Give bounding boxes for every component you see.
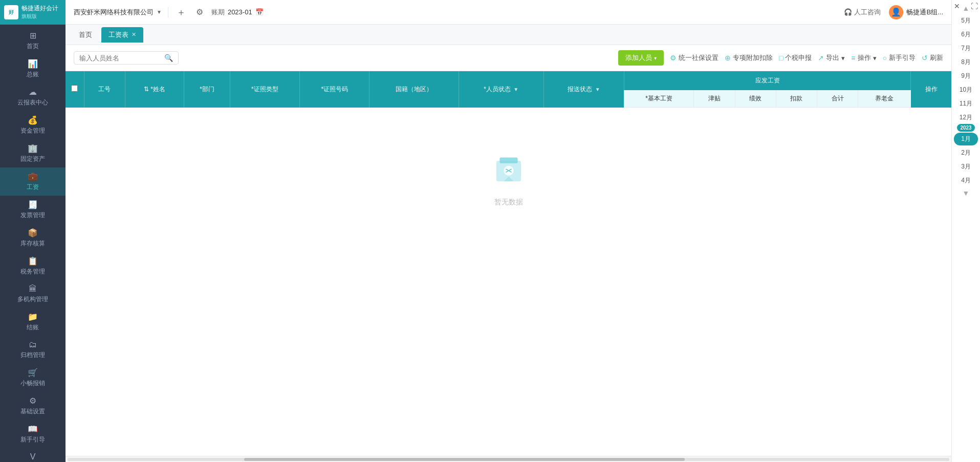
th-pension: 养老金 — [858, 90, 911, 108]
logo-icon: 好 — [4, 5, 18, 19]
month-item-1月[interactable]: 1月 — [954, 133, 978, 145]
guide-button[interactable]: ○ 新手引导 — [883, 53, 916, 62]
social-security-button[interactable]: ⚙ 统一社保设置 — [670, 53, 718, 62]
social-security-label: 统一社保设置 — [679, 53, 718, 62]
tab-close-icon[interactable]: ✕ — [132, 31, 136, 38]
sidebar-item-总账[interactable]: 📊总账 — [0, 55, 66, 83]
nav-icon-10: 📁 — [28, 312, 38, 322]
th-total: 合计 — [817, 90, 858, 108]
tab-salary-label: 工资表 — [108, 30, 128, 39]
month-item-4月[interactable]: 4月 — [954, 174, 978, 187]
month-item-9月[interactable]: 9月 — [954, 70, 978, 82]
sidebar-item-畅会员[interactable]: V畅会员 — [0, 448, 66, 462]
app-version: 旗舰版 — [21, 13, 58, 20]
th-report-status: 报送状态 ▼ — [543, 71, 624, 108]
th-id-type: *证照类型 — [230, 71, 299, 108]
sidebar-item-工资[interactable]: 💼工资 — [0, 167, 66, 196]
sidebar-item-库存核算[interactable]: 📦库存核算 — [0, 224, 66, 252]
export-arrow-icon: ▾ — [841, 54, 845, 62]
nav-icon-12: 🛒 — [28, 368, 38, 377]
search-wrap[interactable]: 🔍 — [74, 51, 179, 65]
sidebar-nav: ⊞首页📊总账☁云报表中心💰资金管理🏢固定资产💼工资🧾发票管理📦库存核算📋税务管理… — [0, 25, 66, 462]
month-item-7月[interactable]: 7月 — [954, 42, 978, 55]
calendar-icon[interactable]: 📅 — [255, 8, 264, 16]
dropdown-arrow-icon: ▾ — [654, 55, 657, 61]
nav-label-14: 新手引导 — [20, 435, 45, 444]
th-name: ⇅ *姓名 — [125, 71, 184, 108]
company-selector[interactable]: 西安虾米网络科技有限公司 ▼ — [74, 8, 162, 17]
curr-months-list: 1月2月3月4月 — [952, 133, 980, 187]
divider — [168, 7, 168, 17]
scroll-down-button[interactable]: ▼ — [961, 187, 972, 199]
search-input[interactable] — [79, 54, 161, 62]
month-item-12月[interactable]: 12月 — [954, 111, 978, 124]
sidebar-item-多机构管理[interactable]: 🏛多机构管理 — [0, 280, 66, 308]
support-button[interactable]: 🎧 人工咨询 — [844, 8, 881, 17]
settings-icon[interactable]: ⚙ — [194, 5, 205, 19]
support-label: 人工咨询 — [854, 8, 881, 17]
select-all-checkbox[interactable] — [71, 85, 78, 92]
period-label: 账期 — [211, 8, 225, 17]
operation-button[interactable]: ≡ 操作 ▾ — [851, 53, 876, 62]
add-button[interactable]: ＋ — [175, 4, 188, 20]
nav-icon-7: 📦 — [28, 228, 38, 238]
topbar: 西安虾米网络科技有限公司 ▼ ＋ ⚙ 账期 2023-01 📅 🎧 人工咨询 👤… — [66, 0, 951, 25]
toolbar: 🔍 添加人员 ▾ ⚙ 统一社保设置 ⊕ 专项附加扣除 □ 个税申报 — [66, 45, 951, 71]
th-id-no: *证照号码 — [300, 71, 369, 108]
month-item-5月[interactable]: 5月 — [954, 14, 978, 27]
avatar: 👤 — [889, 5, 903, 19]
tab-home-label: 首页 — [79, 30, 92, 39]
social-security-icon: ⚙ — [670, 54, 677, 62]
month-item-8月[interactable]: 8月 — [954, 56, 978, 69]
tax-report-button[interactable]: □ 个税申报 — [779, 53, 812, 62]
panel-close-button[interactable]: ✕ — [954, 2, 960, 10]
sidebar-item-归档管理[interactable]: 🗂归档管理 — [0, 336, 66, 364]
scrollbar-track[interactable] — [68, 458, 949, 461]
report-filter-icon[interactable]: ▼ — [595, 87, 600, 92]
sidebar-item-首页[interactable]: ⊞首页 — [0, 27, 66, 55]
refresh-icon: ↺ — [922, 54, 928, 62]
status-filter-icon[interactable]: ▼ — [513, 87, 518, 92]
operation-label: 操作 — [858, 53, 871, 62]
scroll-up-button[interactable]: ▲ — [961, 2, 972, 14]
prev-months-list: 5月6月7月8月9月10月11月12月 — [952, 14, 980, 124]
add-person-button[interactable]: 添加人员 ▾ — [618, 50, 664, 66]
nav-label-1: 总账 — [27, 70, 39, 79]
export-button[interactable]: ↗ 导出 ▾ — [818, 53, 845, 62]
tab-salary[interactable]: 工资表 ✕ — [101, 27, 143, 43]
app-logo: 好 畅捷通好会计 旗舰版 — [0, 0, 66, 25]
month-item-11月[interactable]: 11月 — [954, 97, 978, 110]
sidebar-item-固定资产[interactable]: 🏢固定资产 — [0, 139, 66, 167]
refresh-button[interactable]: ↺ 刷新 — [922, 53, 943, 62]
th-checkbox[interactable] — [66, 71, 84, 108]
sidebar-item-发票管理[interactable]: 🧾发票管理 — [0, 196, 66, 224]
sidebar-item-结账[interactable]: 📁结账 — [0, 308, 66, 336]
tab-home[interactable]: 首页 — [72, 27, 99, 43]
export-icon: ↗ — [818, 54, 824, 62]
month-item-10月[interactable]: 10月 — [954, 83, 978, 96]
month-item-3月[interactable]: 3月 — [954, 160, 978, 173]
panel-expand-button[interactable]: ⛶ — [971, 2, 978, 10]
month-item-2月[interactable]: 2月 — [954, 146, 978, 159]
scrollbar-thumb[interactable] — [244, 458, 685, 461]
user-area[interactable]: 👤 畅捷通B组... — [889, 5, 943, 19]
nav-label-8: 税务管理 — [20, 267, 45, 276]
calendar-panel: ✕ ⛶ ▲ 5月6月7月8月9月10月11月12月 2023 1月2月3月4月 … — [951, 0, 980, 462]
sidebar-item-小畅报销[interactable]: 🛒小畅报销 — [0, 364, 66, 392]
sidebar-item-税务管理[interactable]: 📋税务管理 — [0, 252, 66, 280]
th-status: *人员状态 ▼ — [459, 71, 543, 108]
content-area: 🔍 添加人员 ▾ ⚙ 统一社保设置 ⊕ 专项附加扣除 □ 个税申报 — [66, 45, 951, 462]
empty-icon — [488, 149, 529, 190]
scrollbar-area[interactable] — [66, 456, 951, 462]
sidebar-item-资金管理[interactable]: 💰资金管理 — [0, 111, 66, 139]
special-deduction-button[interactable]: ⊕ 专项附加扣除 — [725, 53, 773, 62]
sidebar-item-云报表中心[interactable]: ☁云报表中心 — [0, 83, 66, 111]
sidebar-item-新手引导[interactable]: 📖新手引导 — [0, 420, 66, 448]
nav-icon-2: ☁ — [29, 87, 37, 97]
tax-icon: □ — [779, 54, 783, 62]
th-deduction: 扣款 — [776, 90, 817, 108]
guide-icon: ○ — [883, 54, 887, 62]
month-item-6月[interactable]: 6月 — [954, 28, 978, 41]
sidebar-item-基础设置[interactable]: ⚙基础设置 — [0, 392, 66, 420]
period-area: 账期 2023-01 📅 — [211, 8, 264, 17]
